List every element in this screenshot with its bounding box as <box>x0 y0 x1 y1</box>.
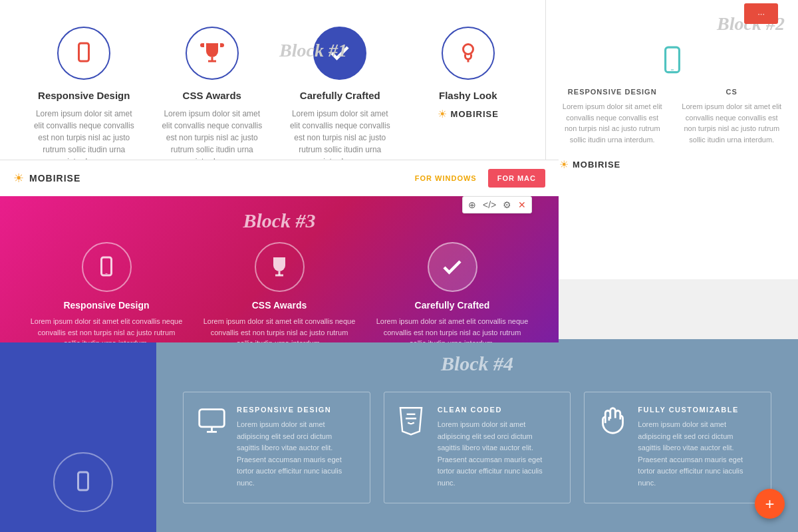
block4-hand-icon <box>598 406 628 438</box>
toolbar-buttons: FOR WINDOWS FOR MAC <box>407 169 545 188</box>
block3-feature-title-responsive: Responsive Design <box>30 300 183 311</box>
block2-feature-desc-cs: Lorem ipsum dolor sit amet elit convalli… <box>679 101 785 145</box>
block3-icon-circle-crafted <box>428 242 477 292</box>
bulb-icon <box>456 41 480 65</box>
top-right-button[interactable]: ··· <box>744 3 778 24</box>
block3-label: Block #3 <box>20 209 539 232</box>
block4-label: Block #4 <box>183 352 771 375</box>
block3-dark-phone-icon <box>71 470 95 494</box>
feature-responsive: Responsive Design Lorem ipsum dolor sit … <box>20 20 148 174</box>
block3-trophy-icon <box>267 255 291 279</box>
block4-features: RESPONSIVE DESIGN Lorem ipsum dolor sit … <box>183 392 771 503</box>
block3-dark-area <box>0 339 160 532</box>
block3-feature-responsive: Responsive Design Lorem ipsum dolor sit … <box>20 242 193 342</box>
toolbar-sun-icon: ☀ <box>13 171 24 186</box>
block4-content-customizable: FULLY CUSTOMIZABLE Lorem ipsum dolor sit… <box>638 406 757 489</box>
block4-feature-desc-customizable: Lorem ipsum dolor sit amet adipiscing el… <box>638 419 757 489</box>
svg-rect-12 <box>78 472 88 490</box>
block1-label: Block #1 <box>279 40 347 61</box>
feature-icon-circle-awards <box>186 27 239 80</box>
block2-feature-desc-responsive: Lorem ipsum dolor sit amet elit convalli… <box>559 101 666 145</box>
block2-feature-cs: CS Lorem ipsum dolor sit amet elit conva… <box>679 88 785 145</box>
block3-check-icon <box>440 255 464 279</box>
svg-rect-6 <box>665 47 679 72</box>
feature-title-awards: CSS Awards <box>158 90 267 101</box>
block3-feature-title-awards: CSS Awards <box>203 300 356 311</box>
delete-icon[interactable]: ✕ <box>518 200 526 210</box>
svg-rect-0 <box>79 43 89 61</box>
feature-flashy-look: Flashy Look ☀ MOBIRISE <box>404 20 533 174</box>
feature-desc-crafted: Lorem ipsum dolor sit amet elit convalli… <box>286 108 394 168</box>
block3-feature-desc-responsive: Lorem ipsum dolor sit amet elit convalli… <box>30 316 183 342</box>
feature-desc-responsive: Lorem ipsum dolor sit amet elit convalli… <box>30 108 138 168</box>
block3-feature-title-crafted: Carefully Crafted <box>376 300 529 311</box>
toolbar-logo-text: MOBIRISE <box>29 173 80 184</box>
block3-phone-icon <box>94 255 118 279</box>
svg-point-4 <box>463 45 473 55</box>
block2-feature-title-cs: CS <box>679 88 785 96</box>
block4-monitor-icon <box>197 406 227 438</box>
block2-logo-text: MOBIRISE <box>573 160 620 170</box>
feature-title-crafted: Carefully Crafted <box>286 90 394 101</box>
block4-feature-title-customizable: FULLY CUSTOMIZABLE <box>638 406 757 414</box>
block4-feature-responsive: RESPONSIVE DESIGN Lorem ipsum dolor sit … <box>183 392 370 503</box>
block3-icon-circle-awards <box>255 242 305 292</box>
block2-phone-icon <box>656 45 689 78</box>
block4-content-clean-coded: CLEAN CODED Lorem ipsum dolor sit amet a… <box>438 406 557 489</box>
block4: Block #4 RESPONSIVE DESIGN Lorem ipsum d… <box>156 339 798 532</box>
block1: Block #1 Responsive Design Lorem ipsum d… <box>0 0 552 160</box>
block4-css3-icon <box>398 406 428 438</box>
block2-sun-icon: ☀ <box>559 158 569 171</box>
feature-desc-awards: Lorem ipsum dolor sit amet elit convalli… <box>158 108 267 168</box>
block3-feature-desc-crafted: Lorem ipsum dolor sit amet elit convalli… <box>376 316 529 342</box>
trophy-icon <box>200 41 224 65</box>
btn-mac[interactable]: FOR MAC <box>488 169 545 188</box>
feature-icon-circle-flashy <box>442 27 495 80</box>
block2-features: RESPONSIVE DESIGN Lorem ipsum dolor sit … <box>559 88 785 145</box>
feature-title-responsive: Responsive Design <box>30 90 138 101</box>
svg-rect-8 <box>102 257 112 275</box>
block3-feature-desc-awards: Lorem ipsum dolor sit amet elit convalli… <box>203 316 356 342</box>
feature-css-awards: CSS Awards Lorem ipsum dolor sit amet el… <box>148 20 277 174</box>
toolbar-logo: ☀ MOBIRISE <box>13 171 80 186</box>
fab-button[interactable]: + <box>755 489 785 519</box>
block3-feature-awards: CSS Awards Lorem ipsum dolor sit amet el… <box>193 242 366 342</box>
btn-windows[interactable]: FOR WINDOWS <box>407 169 485 188</box>
block2-icon <box>559 45 785 78</box>
feature-icon-circle-responsive <box>57 27 110 80</box>
code-icon[interactable]: </> <box>483 200 496 210</box>
feature-title-flashy: Flashy Look <box>414 90 523 101</box>
block4-feature-clean-coded: CLEAN CODED Lorem ipsum dolor sit amet a… <box>384 392 571 503</box>
block3-features: Responsive Design Lorem ipsum dolor sit … <box>20 242 539 342</box>
block4-content-responsive: RESPONSIVE DESIGN Lorem ipsum dolor sit … <box>237 406 356 489</box>
block2-feature-title-responsive: RESPONSIVE DESIGN <box>559 88 666 96</box>
block3: Block #3 Responsive Design Lorem ipsum d… <box>0 196 559 342</box>
block3-feature-crafted: Carefully Crafted Lorem ipsum dolor sit … <box>366 242 539 342</box>
settings-icon[interactable]: ⚙ <box>503 200 511 210</box>
sun-icon-flashy: ☀ <box>438 108 447 120</box>
mini-toolbar: ⊕ </> ⚙ ✕ <box>462 196 532 213</box>
toolbar-row: ☀ MOBIRISE FOR WINDOWS FOR MAC <box>0 160 559 196</box>
block4-feature-title-responsive: RESPONSIVE DESIGN <box>237 406 356 414</box>
block2-mobirise-logo: ☀ MOBIRISE <box>559 158 785 171</box>
svg-marker-16 <box>400 408 422 434</box>
block2-feature-responsive: RESPONSIVE DESIGN Lorem ipsum dolor sit … <box>559 88 666 145</box>
block4-feature-desc-responsive: Lorem ipsum dolor sit amet adipiscing el… <box>237 419 356 489</box>
move-icon[interactable]: ⊕ <box>468 200 476 210</box>
svg-rect-13 <box>200 410 225 427</box>
block2: Block #2 RESPONSIVE DESIGN Lorem ipsum d… <box>545 0 798 279</box>
block4-feature-customizable: FULLY CUSTOMIZABLE Lorem ipsum dolor sit… <box>584 392 771 503</box>
block4-feature-title-clean-coded: CLEAN CODED <box>438 406 557 414</box>
phone-icon <box>72 41 96 65</box>
block4-feature-desc-clean-coded: Lorem ipsum dolor sit amet adipiscing el… <box>438 419 557 489</box>
block3-dark-circle <box>53 452 113 512</box>
block3-icon-circle-responsive <box>82 242 132 292</box>
mobirise-label-flashy: MOBIRISE <box>451 109 499 119</box>
block1-features: Responsive Design Lorem ipsum dolor sit … <box>20 20 532 174</box>
